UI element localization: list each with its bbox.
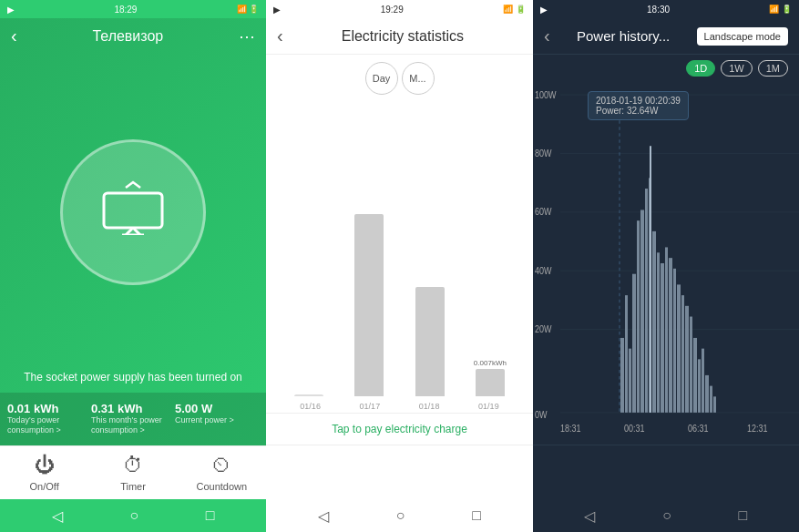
x-label-0117: 01/17: [360, 402, 381, 411]
toolbar-history: [533, 445, 799, 499]
timer-icon: ⏱: [123, 454, 143, 477]
stat-current-label: Current power >: [175, 415, 259, 426]
svg-text:40W: 40W: [535, 265, 552, 276]
svg-rect-32: [681, 295, 684, 413]
svg-rect-27: [661, 263, 664, 413]
nav-back-3[interactable]: ◁: [584, 507, 595, 525]
history-title: Power history...: [550, 28, 697, 44]
nav-recent-3[interactable]: □: [738, 507, 747, 524]
back-button-2[interactable]: ‹: [277, 26, 283, 46]
bar-0117: [354, 214, 384, 396]
svg-rect-38: [705, 375, 709, 413]
svg-text:18:31: 18:31: [560, 423, 580, 434]
toggle-day[interactable]: Day: [365, 62, 398, 95]
toggle-month[interactable]: M...: [402, 62, 435, 95]
socket-status-message: The socket power supply has been turned …: [0, 371, 266, 393]
back-button-1[interactable]: ‹: [11, 26, 17, 46]
stat-today[interactable]: 0.01 kWh Today's powerconsumption >: [7, 402, 91, 436]
x-axis: 01/16 01/17 01/18 01/19: [273, 400, 526, 413]
onoff-label: On/Off: [30, 481, 59, 492]
bottom-nav: ◁ ○ □ ◁ ○ □ ◁ ○ □: [0, 499, 799, 532]
nav-section-mid: ◁ ○ □: [266, 499, 532, 532]
status-icons-3: 📶 🔋: [769, 5, 792, 14]
svg-rect-21: [637, 220, 640, 413]
bar-0118: [415, 287, 445, 396]
stat-today-value: 0.01 kWh: [7, 402, 91, 415]
tv-icon: [100, 180, 166, 244]
svg-text:80W: 80W: [535, 148, 552, 159]
panel-tv-title: Телевизор: [92, 28, 163, 45]
svg-rect-33: [685, 306, 689, 413]
status-left-icon-3: ▶: [540, 5, 548, 15]
x-label-0119: 01/19: [478, 402, 499, 411]
nav-recent-2[interactable]: □: [472, 507, 481, 524]
stat-current[interactable]: 5.00 W Current power >: [175, 402, 259, 436]
toolbar-timer[interactable]: ⏱ Timer: [88, 454, 177, 492]
time-btn-1w[interactable]: 1W: [721, 60, 753, 77]
toolbar-onoff[interactable]: ⏻ On/Off: [0, 454, 88, 492]
svg-text:0W: 0W: [535, 409, 548, 420]
pay-notice[interactable]: Tap to pay electricity charge: [266, 413, 533, 445]
status-time-1: 18:29: [114, 5, 137, 15]
nav-home-1[interactable]: ○: [129, 507, 138, 524]
panel-stats: ‹ Electricity statistics Day M...: [266, 18, 533, 499]
power-chart-svg: 100W 80W 60W 40W 20W 0W: [533, 82, 799, 445]
svg-text:06:31: 06:31: [688, 423, 708, 434]
toolbar-green: ⏻ On/Off ⏱ Timer ⏲ Countdown: [0, 445, 266, 499]
svg-rect-41: [650, 146, 651, 413]
stat-month-value: 0.31 kWh: [91, 402, 175, 415]
svg-rect-40: [713, 396, 716, 413]
toggle-buttons: Day M...: [266, 55, 533, 102]
stats-header: ‹ Electricity statistics: [266, 18, 533, 55]
svg-rect-29: [669, 258, 672, 413]
status-bar-dark: ▶ 18:30 📶 🔋: [533, 0, 799, 18]
stat-month-label: This month's powerconsumption >: [91, 415, 175, 436]
nav-home-2[interactable]: ○: [396, 507, 405, 524]
landscape-mode-button[interactable]: Landscape mode: [697, 27, 788, 46]
time-btn-1d[interactable]: 1D: [686, 60, 715, 77]
time-btn-1m[interactable]: 1M: [758, 60, 788, 77]
countdown-label: Countdown: [196, 481, 247, 492]
countdown-icon: ⏲: [211, 454, 231, 477]
tv-circle: [60, 139, 206, 285]
stat-today-label: Today's powerconsumption >: [7, 415, 91, 436]
svg-rect-18: [625, 295, 628, 413]
svg-rect-28: [665, 247, 668, 412]
svg-rect-36: [698, 359, 701, 413]
bar-0116: [294, 394, 323, 396]
nav-home-3[interactable]: ○: [662, 507, 671, 524]
svg-rect-39: [710, 386, 712, 413]
svg-text:00:31: 00:31: [624, 423, 644, 434]
panel-tv-header: ‹ Телевизор ⋯: [0, 18, 266, 54]
nav-recent-1[interactable]: □: [206, 507, 215, 524]
back-button-3[interactable]: ‹: [544, 26, 550, 46]
bar-group-0118: [402, 285, 458, 396]
toolbar-white: [266, 445, 533, 499]
nav-back-2[interactable]: ◁: [318, 507, 329, 525]
svg-text:100W: 100W: [535, 89, 557, 100]
bar-group-0119: 0.007kWh: [462, 359, 518, 396]
stat-month[interactable]: 0.31 kWh This month's powerconsumption >: [91, 402, 175, 436]
svg-text:12:31: 12:31: [747, 423, 767, 434]
svg-text:60W: 60W: [535, 207, 552, 218]
status-icons-2: 📶 🔋: [503, 5, 526, 14]
stat-current-value: 5.00 W: [175, 402, 259, 415]
svg-rect-23: [645, 189, 648, 413]
toolbar-countdown[interactable]: ⏲ Countdown: [178, 454, 266, 492]
status-time-3: 18:30: [647, 5, 670, 15]
svg-text:20W: 20W: [535, 323, 552, 334]
status-icons-1: 📶 🔋: [237, 5, 260, 14]
stats-row: 0.01 kWh Today's powerconsumption > 0.31…: [0, 393, 266, 445]
power-chart: 100W 80W 60W 40W 20W 0W: [533, 82, 799, 445]
bar-chart-area: 0.007kWh 01/16 01/17 01/18 01/19: [266, 102, 533, 413]
bar-group-0117: [341, 212, 397, 396]
x-label-0118: 01/18: [419, 402, 440, 411]
status-left-icon-2: ▶: [273, 5, 281, 15]
stats-title: Electricity statistics: [283, 28, 522, 45]
tooltip-power: Power: 32.64W: [596, 106, 681, 116]
power-icon: ⏻: [35, 454, 55, 477]
svg-rect-22: [640, 210, 644, 412]
menu-icon-1[interactable]: ⋯: [239, 26, 255, 46]
bar-0119: [476, 369, 505, 396]
nav-back-1[interactable]: ◁: [52, 507, 63, 525]
